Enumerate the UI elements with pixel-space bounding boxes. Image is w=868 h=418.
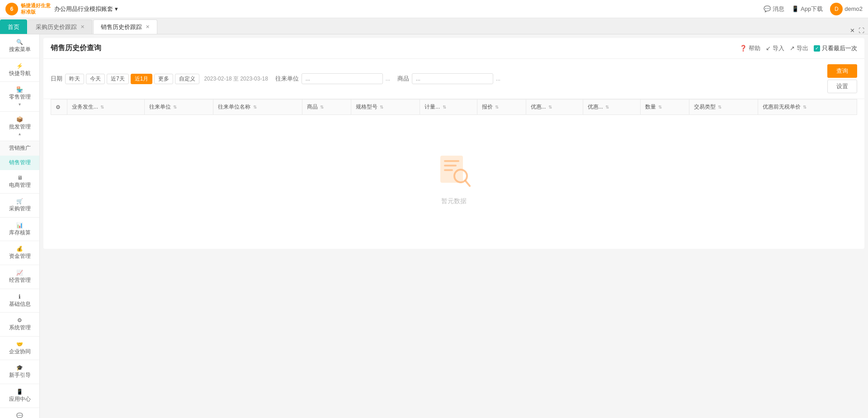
table-header-partner-code[interactable]: 往来单位 ⇅ — [144, 100, 213, 115]
svg-rect-1 — [444, 160, 459, 162]
tab-bar: 首页 采购历史价跟踪 ✕ 销售历史价跟踪 ✕ ✕ ⛶ — [0, 18, 868, 34]
goods-input[interactable] — [412, 73, 493, 84]
date-filter-group: 日期 昨天 今天 近7天 近1月 更多 自定义 2023-02-18 至 202… — [51, 74, 268, 84]
sidebar-item-search-menu[interactable]: 🔍 搜索菜单 — [0, 34, 39, 58]
partner-filter-group: 往来单位 ... — [275, 73, 390, 84]
help-btn[interactable]: ❓ 帮助 — [740, 44, 760, 52]
sort-icon: ⇅ — [443, 104, 446, 109]
date-btn-1month[interactable]: 近1月 — [131, 74, 153, 84]
account-dropdown[interactable]: 办公用品行业模拟账套 ▾ — [54, 5, 118, 13]
sidebar-item-enterprise-wechat[interactable]: 💬 企业微信 — [0, 408, 39, 418]
export-btn[interactable]: ↗ 导出 — [790, 44, 808, 52]
filter-right-btns: 查询 设置 — [827, 64, 857, 93]
message-icon: 💬 — [764, 5, 771, 12]
sidebar-item-finance[interactable]: 💰 资金管理 — [0, 241, 39, 265]
query-button[interactable]: 查询 — [827, 64, 857, 78]
sidebar-item-basic-info[interactable]: ℹ 基础信息 — [0, 289, 39, 313]
sidebar-item-purchase[interactable]: 🛒 采购管理 — [0, 194, 39, 218]
svg-rect-3 — [444, 169, 453, 171]
date-btn-7days[interactable]: 近7天 — [107, 74, 129, 84]
sidebar-item-operations[interactable]: 📈 经营管理 — [0, 265, 39, 289]
table-header-biz-date[interactable]: 业务发生... ⇅ — [67, 100, 145, 115]
sidebar-item-ecommerce[interactable]: 🖥 电商管理 — [0, 170, 39, 194]
only-last-checkbox[interactable]: ✓ 只看最后一次 — [814, 44, 857, 52]
sidebar-item-enterprise-collab[interactable]: 🤝 企业协同 — [0, 337, 39, 361]
import-btn[interactable]: ↙ 导入 — [766, 44, 784, 52]
date-btn-custom[interactable]: 自定义 — [175, 74, 199, 84]
table-header-spec[interactable]: 规格型号 ⇅ — [351, 100, 420, 115]
sidebar-item-wholesale-mgmt[interactable]: 📦 批发管理 ▴ — [0, 112, 39, 142]
sort-icon: ⇅ — [548, 104, 552, 109]
empty-state: 暂元数据 — [51, 115, 857, 242]
message-btn[interactable]: 💬 消息 — [764, 5, 784, 13]
basic-info-icon: ℹ — [19, 294, 21, 300]
system-icon: ⚙ — [17, 317, 22, 323]
date-btn-today[interactable]: 今天 — [86, 74, 105, 84]
app-icon: 📱 — [16, 389, 23, 395]
quick-nav-icon: ⚡ — [16, 63, 23, 69]
sidebar-item-beginner[interactable]: 🎓 新手引导 — [0, 360, 39, 384]
tab-close-purchase[interactable]: ✕ — [80, 24, 85, 30]
sidebar-item-retail-mgmt[interactable]: 🏪 零售管理 ▾ — [0, 82, 39, 112]
settings-button[interactable]: 设置 — [827, 80, 857, 93]
table-header-unit[interactable]: 计量... ⇅ — [420, 100, 477, 115]
date-range-text: 2023-02-18 至 2023-03-18 — [204, 75, 268, 83]
user-profile[interactable]: D demo2 — [830, 3, 863, 15]
sort-icon: ⇅ — [605, 104, 609, 109]
table-header-pretax-price[interactable]: 优惠前无税单价 ⇅ — [758, 100, 857, 115]
tab-sales-history[interactable]: 销售历史价跟踪 ✕ — [93, 19, 157, 34]
date-label: 日期 — [51, 75, 62, 83]
sort-icon: ⇅ — [320, 104, 324, 109]
wechat-icon: 💬 — [16, 413, 23, 418]
table-header-partner-name[interactable]: 往来单位名称 ⇅ — [213, 100, 302, 115]
page-container: 销售历史价查询 ❓ 帮助 ↙ 导入 ↗ 导出 ✓ — [43, 38, 864, 249]
goods-dots[interactable]: ... — [496, 76, 500, 82]
sidebar-item-app-center[interactable]: 📱 应用中心 — [0, 384, 39, 408]
page-title: 销售历史价查询 — [51, 43, 101, 53]
goods-label: 商品 — [397, 75, 409, 83]
phone-icon: 📱 — [792, 5, 799, 12]
tab-home[interactable]: 首页 — [0, 19, 27, 34]
header-left: 6 畅捷通好生意 标准版 办公用品行业模拟账套 ▾ — [5, 3, 118, 15]
table-header-discount1[interactable]: 优惠... ⇅ — [526, 100, 583, 115]
sort-icon: ⇅ — [380, 104, 383, 109]
date-btn-yesterday[interactable]: 昨天 — [65, 74, 84, 84]
page-title-bar: 销售历史价查询 ❓ 帮助 ↙ 导入 ↗ 导出 ✓ — [43, 38, 864, 59]
main-layout: 🔍 搜索菜单 ⚡ 快捷导航 🏪 零售管理 ▾ 📦 批发管理 ▴ 营销推广 销售管… — [0, 34, 868, 418]
date-btn-more[interactable]: 更多 — [154, 74, 173, 84]
chevron-down-icon: ▾ — [19, 102, 21, 107]
table-header-goods[interactable]: 商品 ⇅ — [302, 100, 351, 115]
partner-dots[interactable]: ... — [386, 76, 390, 82]
retail-icon: 🏪 — [16, 86, 23, 93]
sort-icon: ⇅ — [495, 104, 499, 109]
inventory-icon: 📊 — [16, 222, 23, 228]
gear-icon: ⚙ — [56, 104, 61, 110]
table-header-quantity[interactable]: 数量 ⇅ — [640, 100, 689, 115]
filter-area: 日期 昨天 今天 近7天 近1月 更多 自定义 2023-02-18 至 202… — [43, 59, 864, 99]
sidebar-item-inventory[interactable]: 📊 库存核算 — [0, 218, 39, 242]
content-area: 销售历史价查询 ❓ 帮助 ↙ 导入 ↗ 导出 ✓ — [40, 34, 868, 418]
table-header-settings[interactable]: ⚙ — [51, 100, 67, 115]
table-header-trade-type[interactable]: 交易类型 ⇅ — [689, 100, 758, 115]
app-download-btn[interactable]: 📱 App下载 — [792, 5, 823, 13]
help-icon: ❓ — [740, 45, 747, 52]
table-header-discount2[interactable]: 优惠... ⇅ — [583, 100, 640, 115]
sidebar-item-quick-nav[interactable]: ⚡ 快捷导航 — [0, 58, 39, 82]
partner-label: 往来单位 — [275, 75, 299, 83]
sidebar-item-system[interactable]: ⚙ 系统管理 — [0, 313, 39, 337]
maximize-icon[interactable]: ⛶ — [859, 27, 864, 34]
date-options: 昨天 今天 近7天 近1月 更多 自定义 — [65, 74, 199, 84]
close-all-icon[interactable]: ✕ — [850, 27, 855, 34]
tab-purchase-history[interactable]: 采购历史价跟踪 ✕ — [28, 19, 92, 34]
partner-input[interactable] — [302, 73, 383, 84]
table-header-quote[interactable]: 报价 ⇅ — [477, 100, 526, 115]
checkbox-icon: ✓ — [814, 45, 820, 52]
sort-icon: ⇅ — [253, 104, 257, 109]
sidebar-item-sales-promotion[interactable]: 营销推广 — [0, 141, 39, 156]
operations-icon: 📈 — [16, 270, 23, 276]
sidebar-item-sales-mgmt[interactable]: 销售管理 — [0, 156, 39, 170]
header-right: 💬 消息 📱 App下载 D demo2 — [764, 3, 863, 15]
tab-close-sales[interactable]: ✕ — [146, 24, 150, 30]
empty-text: 暂元数据 — [441, 197, 467, 205]
table-area: ⚙ 业务发生... ⇅ 往来单位 ⇅ 往来单位名称 — [43, 99, 864, 249]
